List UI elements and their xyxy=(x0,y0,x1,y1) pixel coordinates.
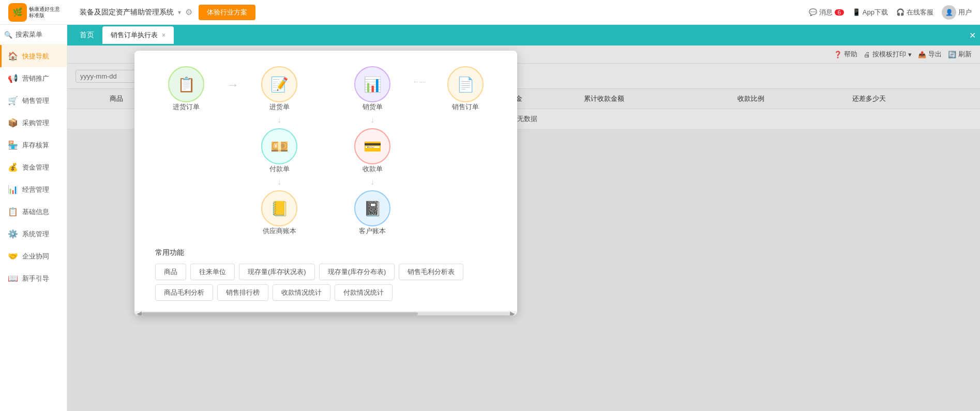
top-right-actions: 💬 消息 6 📱 App下载 🎧 在线客服 👤 用户 xyxy=(809,5,972,20)
common-title: 常用功能 xyxy=(155,248,496,257)
scrollbar-thumb[interactable] xyxy=(142,312,418,315)
sidebar-item-enterprise[interactable]: 🤝 企业协同 xyxy=(0,245,67,267)
payment-bill-icon: 💴 xyxy=(261,128,297,164)
v-arrow-2: ↓ xyxy=(277,176,281,188)
online-service-action[interactable]: 🎧 在线客服 xyxy=(896,8,933,17)
enterprise-icon: 🤝 xyxy=(8,251,18,261)
sidebar: 🔍 搜索菜单 🏠 快捷导航 📢 营销推广 🛒 销售管理 📦 采购管理 🏪 xyxy=(0,25,67,411)
sales-bill-icon: 📊 xyxy=(354,66,390,102)
sidebar-item-basic[interactable]: 📋 基础信息 xyxy=(0,201,67,223)
common-btn-partner[interactable]: 往来单位 xyxy=(190,264,235,280)
guide-icon: 📖 xyxy=(8,273,18,283)
purchase-icon: 📦 xyxy=(8,118,18,128)
customer-ledger-label: 客户账本 xyxy=(359,226,386,236)
sidebar-item-marketing[interactable]: 📢 营销推广 xyxy=(0,67,67,89)
common-btn-product[interactable]: 商品 xyxy=(155,264,186,280)
purchase-order-label: 进货订单 xyxy=(173,102,200,112)
scroll-right-icon[interactable]: ▶ xyxy=(510,310,515,315)
common-btn-stock-dist[interactable]: 现存量(库存分布表) xyxy=(319,264,395,280)
common-btn-stock-status[interactable]: 现存量(库存状况表) xyxy=(239,264,315,280)
common-btn-sales-profit[interactable]: 销售毛利分析表 xyxy=(399,264,463,280)
message-icon: 💬 xyxy=(809,8,817,16)
popup-overlay[interactable]: 📋 进货订单 → 📝 xyxy=(67,45,980,411)
sidebar-item-operations[interactable]: 📊 经营管理 xyxy=(0,178,67,201)
common-buttons: 商品 往来单位 现存量(库存状况表) 现存量(库存分布表) 销售毛利分析表 商品… xyxy=(155,264,496,301)
sales-bill-label: 销货单 xyxy=(363,102,383,112)
customer-ledger-icon: 📓 xyxy=(354,190,390,226)
inventory-icon: 🏪 xyxy=(8,140,18,150)
sidebar-item-sales[interactable]: 🛒 销售管理 xyxy=(0,89,67,112)
common-btn-receipt-stat[interactable]: 收款情况统计 xyxy=(273,284,330,301)
payment-bill-label: 付款单 xyxy=(269,164,290,174)
logo-area: 🌿 畅康通好生意 标准版 xyxy=(8,3,76,22)
supplier-ledger-label: 供应商账本 xyxy=(263,226,296,236)
headset-icon: 🎧 xyxy=(896,8,904,16)
trial-button[interactable]: 体验行业方案 xyxy=(199,5,255,20)
home-icon: 🏠 xyxy=(8,51,18,61)
logo-icon: 🌿 xyxy=(8,3,27,22)
sidebar-item-system[interactable]: ⚙️ 系统管理 xyxy=(0,223,67,245)
popup-dialog: 📋 进货订单 → 📝 xyxy=(134,51,517,315)
gear-icon[interactable]: ⚙ xyxy=(185,7,192,17)
flow-diagram: 📋 进货订单 → 📝 xyxy=(155,66,496,236)
message-action[interactable]: 💬 消息 6 xyxy=(809,8,844,17)
v-arrow-4: ↓ xyxy=(370,176,374,188)
logo-text: 畅康通好生意 标准版 xyxy=(29,6,60,19)
sidebar-item-finance[interactable]: 💰 资金管理 xyxy=(0,156,67,178)
message-badge: 6 xyxy=(835,9,844,16)
common-section: 常用功能 商品 往来单位 现存量(库存状况表) 现存量(库存分布表) 销售毛利分… xyxy=(155,248,496,301)
purchase-order-icon: 📋 xyxy=(168,66,204,102)
content-area: 首页 销售订单执行表 × ✕ ❓ 帮助 🖨 xyxy=(67,25,980,411)
marketing-icon: 📢 xyxy=(8,73,18,83)
tab-home[interactable]: 首页 xyxy=(71,26,102,44)
common-btn-product-profit[interactable]: 商品毛利分析 xyxy=(155,284,213,301)
sidebar-search[interactable]: 🔍 搜索菜单 xyxy=(0,25,67,45)
finance-icon: 💰 xyxy=(8,162,18,172)
sales-order-icon: 📄 xyxy=(447,66,484,102)
tab-close-icon[interactable]: × xyxy=(162,32,165,39)
scroll-left-icon[interactable]: ◀ xyxy=(137,310,142,315)
operations-icon: 📊 xyxy=(8,185,18,194)
sidebar-item-guide[interactable]: 📖 新手引导 xyxy=(0,267,67,290)
page-content: ❓ 帮助 🖨 按模板打印 ▾ 📤 导出 🔄 刷新 xyxy=(67,45,980,411)
sidebar-item-inventory[interactable]: 🏪 库存核算 xyxy=(0,134,67,156)
v-arrow-1: ↓ xyxy=(277,114,281,126)
avatar: 👤 xyxy=(942,5,956,20)
common-btn-sales-rank[interactable]: 销售排行榜 xyxy=(217,284,268,301)
popup-scrollbar: ◀ ▶ xyxy=(134,311,517,315)
purchase-bill-icon: 📝 xyxy=(261,66,297,102)
search-icon: 🔍 xyxy=(4,31,12,39)
system-icon: ⚙️ xyxy=(8,229,18,239)
common-btn-payment-stat[interactable]: 付款情况统计 xyxy=(335,284,393,301)
sidebar-item-quick-nav[interactable]: 🏠 快捷导航 xyxy=(0,45,67,67)
tab-bar: 首页 销售订单执行表 × ✕ xyxy=(67,25,980,45)
scrollbar-track xyxy=(142,312,510,315)
basic-icon: 📋 xyxy=(8,207,18,217)
user-action[interactable]: 👤 用户 xyxy=(942,5,972,20)
dropdown-arrow-icon[interactable]: ▾ xyxy=(178,9,181,16)
tab-sales-order[interactable]: 销售订单执行表 × xyxy=(102,26,174,44)
system-title-area: 装备及固定资产辅助管理系统 ▾ ⚙ 体验行业方案 xyxy=(80,5,809,20)
receipt-bill-label: 收款单 xyxy=(363,164,383,174)
app-download-action[interactable]: 📱 App下载 xyxy=(852,8,888,17)
tab-bar-close-icon[interactable]: ✕ xyxy=(969,31,976,40)
phone-icon: 📱 xyxy=(852,8,861,16)
arrow-right-icon: → xyxy=(227,78,239,92)
sales-icon: 🛒 xyxy=(8,96,18,105)
sidebar-item-purchase[interactable]: 📦 采购管理 xyxy=(0,112,67,134)
supplier-ledger-icon: 📒 xyxy=(261,190,297,226)
v-arrow-3: ↓ xyxy=(370,114,374,126)
purchase-bill-label: 进货单 xyxy=(269,102,290,112)
arrow-left-dashed-icon: ←···· xyxy=(413,78,426,86)
sales-order-label: 销售订单 xyxy=(452,102,479,112)
system-title: 装备及固定资产辅助管理系统 xyxy=(80,8,174,17)
receipt-bill-icon: 💳 xyxy=(354,128,390,164)
